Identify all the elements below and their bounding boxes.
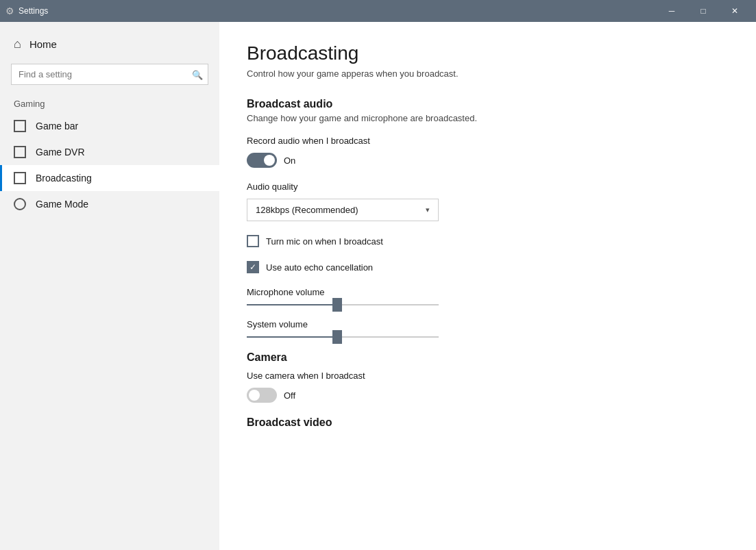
sidebar-section-label: Gaming <box>0 96 219 113</box>
sidebar-item-game-dvr[interactable]: Game DVR <box>0 139 219 165</box>
mic-volume-fill <box>247 304 337 305</box>
record-audio-toggle-row: On <box>247 153 729 168</box>
camera-title: Camera <box>247 351 729 364</box>
system-volume-thumb <box>332 330 342 344</box>
record-audio-toggle[interactable] <box>247 153 277 168</box>
sidebar-item-label-broadcasting: Broadcasting <box>36 173 92 184</box>
sidebar-item-game-mode[interactable]: Game Mode <box>0 191 219 217</box>
turn-mic-row[interactable]: Turn mic on when I broadcast <box>247 235 729 247</box>
audio-quality-label: Audio quality <box>247 182 729 192</box>
dropdown-arrow-icon: ▾ <box>426 205 430 214</box>
search-icon: 🔍 <box>192 69 203 79</box>
system-volume-group: System volume <box>247 319 729 338</box>
echo-cancel-label: Use auto echo cancellation <box>266 262 373 273</box>
close-button[interactable]: ✕ <box>719 0 751 22</box>
use-camera-label: Use camera when I broadcast <box>247 371 729 381</box>
titlebar: ⚙ Settings ─ □ ✕ <box>0 0 756 22</box>
use-camera-toggle[interactable] <box>247 388 277 403</box>
sidebar-item-label-game-dvr: Game DVR <box>36 147 85 158</box>
content-area: Broadcasting Control how your game apper… <box>219 22 756 550</box>
mic-volume-group: Microphone volume <box>247 287 729 305</box>
game-bar-icon <box>14 120 26 132</box>
audio-quality-dropdown[interactable]: 128kbps (Recommended) ▾ <box>247 199 439 221</box>
titlebar-title: Settings <box>19 6 656 16</box>
broadcast-video-title: Broadcast video <box>247 416 729 429</box>
game-dvr-icon <box>14 146 26 158</box>
use-camera-toggle-row: Off <box>247 388 729 403</box>
sidebar: ⌂ Home 🔍 Gaming Game bar Game DVR Broadc… <box>0 22 219 550</box>
sidebar-home[interactable]: ⌂ Home <box>0 30 219 58</box>
system-volume-fill <box>247 336 337 338</box>
maximize-button[interactable]: □ <box>687 0 719 22</box>
broadcast-audio-subtitle: Change how your game and microphone are … <box>247 113 729 123</box>
sidebar-item-broadcasting[interactable]: Broadcasting <box>0 165 219 191</box>
audio-quality-group: Audio quality 128kbps (Recommended) ▾ <box>247 182 729 221</box>
sidebar-item-label-game-mode: Game Mode <box>36 199 88 210</box>
home-icon: ⌂ <box>14 37 21 51</box>
minimize-button[interactable]: ─ <box>656 0 687 22</box>
turn-mic-checkbox[interactable] <box>247 235 259 247</box>
record-audio-label: Record audio when I broadcast <box>247 136 729 146</box>
home-label: Home <box>29 38 57 50</box>
page-title: Broadcasting <box>247 42 729 64</box>
sidebar-item-game-bar[interactable]: Game bar <box>0 113 219 139</box>
mic-volume-label: Microphone volume <box>247 287 729 297</box>
game-mode-icon <box>14 198 26 210</box>
system-volume-track[interactable] <box>247 336 439 338</box>
use-camera-toggle-thumb <box>249 390 260 401</box>
system-volume-label: System volume <box>247 319 729 329</box>
sidebar-item-label-game-bar: Game bar <box>36 121 78 132</box>
window-controls: ─ □ ✕ <box>656 0 751 22</box>
record-audio-state-label: On <box>284 155 295 166</box>
use-camera-state-label: Off <box>284 390 295 401</box>
audio-quality-value: 128kbps (Recommended) <box>256 205 358 215</box>
broadcast-audio-title: Broadcast audio <box>247 98 729 110</box>
settings-icon: ⚙ <box>5 5 14 16</box>
echo-cancel-checkbox[interactable] <box>247 261 259 273</box>
broadcasting-icon <box>14 172 26 184</box>
search-box: 🔍 <box>11 64 208 85</box>
turn-mic-label: Turn mic on when I broadcast <box>266 236 383 247</box>
search-input[interactable] <box>11 64 208 85</box>
record-audio-toggle-thumb <box>264 155 275 166</box>
mic-volume-thumb <box>332 298 342 312</box>
app-body: ⌂ Home 🔍 Gaming Game bar Game DVR Broadc… <box>0 22 756 550</box>
echo-cancel-row[interactable]: Use auto echo cancellation <box>247 261 729 273</box>
mic-volume-track[interactable] <box>247 304 439 305</box>
page-subtitle: Control how your game apperas when you b… <box>247 68 729 79</box>
